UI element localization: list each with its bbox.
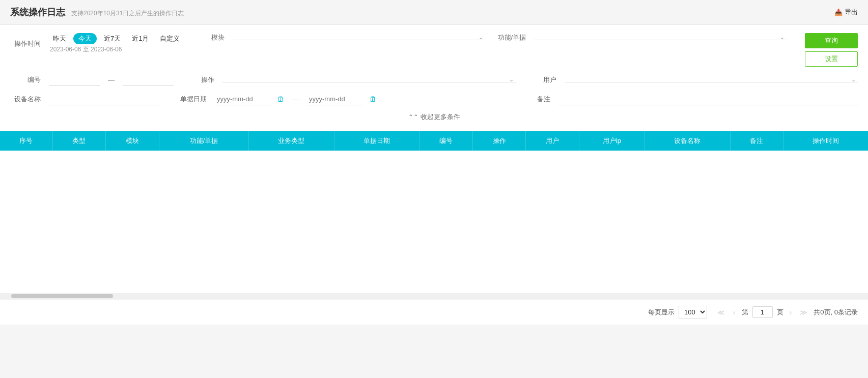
empty-area [0, 151, 868, 293]
voucher-date-label: 单据日期 [171, 95, 207, 104]
page-header: 系统操作日志 支持2020年10月31日之后产生的操作日志 📥 导出 [0, 0, 868, 25]
collapse-bar[interactable]: ⌃⌃ 收起更多条件 [10, 109, 858, 127]
user-filter: 用户 ⌄ [526, 75, 858, 84]
date-from-input[interactable] [215, 93, 271, 105]
page-size-select[interactable]: 100 50 200 500 [679, 306, 707, 318]
export-label: 导出 [845, 8, 858, 17]
table-header: 序号 类型 模块 功能/单据 业务类型 单据日期 编号 操作 用户 用户ip 设… [0, 131, 868, 151]
action-buttons: 查询 设置 [805, 33, 858, 67]
remark-label: 备注 [520, 95, 550, 104]
next-page-button[interactable]: › [788, 308, 794, 317]
time-range-text: 2023-06-06 至 2023-06-06 [49, 45, 184, 54]
func-dropdown[interactable]: ⌄ [534, 36, 787, 40]
voucher-date-filter: 单据日期 🗓 — 🗓 [171, 93, 510, 105]
col-seq: 序号 [0, 131, 52, 151]
device-input[interactable] [49, 93, 161, 105]
prev-page-button[interactable]: ‹ [731, 308, 738, 317]
op-filter: 操作 ⌄ [184, 75, 516, 84]
table-header-row: 序号 类型 模块 功能/单据 业务类型 单据日期 编号 操作 用户 用户ip 设… [0, 131, 868, 151]
export-button[interactable]: 📥 导出 [834, 8, 858, 17]
func-label: 功能/单据 [495, 33, 526, 42]
page-title: 系统操作日志 [10, 6, 65, 18]
page-end-label: 页 [777, 308, 783, 317]
user-chevron-icon: ⌄ [851, 76, 856, 83]
header-left: 系统操作日志 支持2020年10月31日之后产生的操作日志 [10, 6, 184, 18]
id-input-from[interactable] [49, 74, 100, 86]
col-voucher-date: 单据日期 [334, 131, 419, 151]
user-dropdown[interactable]: ⌄ [565, 78, 858, 82]
date-separator: — [292, 96, 299, 103]
user-label: 用户 [526, 75, 556, 84]
op-chevron-icon: ⌄ [509, 76, 514, 83]
time-btn-yesterday[interactable]: 昨天 [49, 33, 70, 44]
date-to-input[interactable] [307, 93, 363, 105]
time-btn-today[interactable]: 今天 [73, 33, 97, 44]
page-number-input[interactable] [752, 306, 773, 318]
settings-button[interactable]: 设置 [805, 51, 858, 67]
col-type: 类型 [52, 131, 105, 151]
device-label: 设备名称 [10, 95, 41, 104]
filter-area: 操作时间 昨天 今天 近7天 近1月 自定义 2023-06-06 至 2023… [0, 25, 868, 131]
device-filter: 设备名称 [10, 93, 161, 105]
page-size-label: 每页显示 [648, 308, 675, 317]
time-filter-group: 操作时间 昨天 今天 近7天 近1月 自定义 2023-06-06 至 2023… [10, 33, 184, 54]
scroll-thumb[interactable] [11, 294, 113, 298]
col-op-time: 操作时间 [783, 131, 868, 151]
col-remark: 备注 [730, 131, 783, 151]
pagination-bar: 每页显示 100 50 200 500 ≪ ‹ 第 页 › ≫ 共0页, 0条记… [0, 299, 868, 325]
time-btn-7days[interactable]: 近7天 [100, 33, 125, 44]
page-summary: 共0页, 0条记录 [814, 308, 858, 317]
col-op: 操作 [472, 131, 525, 151]
time-btn-1month[interactable]: 近1月 [128, 33, 153, 44]
col-user: 用户 [526, 131, 579, 151]
page-label: 第 [742, 308, 748, 317]
remark-input[interactable] [558, 93, 858, 105]
id-input-to[interactable] [123, 74, 174, 86]
table-section: 序号 类型 模块 功能/单据 业务类型 单据日期 编号 操作 用户 用户ip 设… [0, 131, 868, 293]
func-filter: 功能/单据 ⌄ [495, 33, 787, 42]
op-label: 操作 [184, 75, 214, 84]
time-label: 操作时间 [10, 39, 41, 48]
calendar-from-icon[interactable]: 🗓 [277, 95, 284, 103]
col-biz-type: 业务类型 [249, 131, 334, 151]
col-module: 模块 [106, 131, 159, 151]
col-func: 功能/单据 [159, 131, 248, 151]
remark-filter: 备注 [520, 93, 858, 105]
col-id: 编号 [419, 131, 472, 151]
export-icon: 📥 [834, 9, 843, 16]
time-buttons-group: 昨天 今天 近7天 近1月 自定义 2023-06-06 至 2023-06-0… [49, 33, 184, 54]
last-page-button[interactable]: ≫ [798, 308, 809, 317]
module-dropdown[interactable]: ⌄ [233, 36, 485, 40]
query-button[interactable]: 查询 [805, 33, 858, 48]
collapse-icon: ⌃⌃ [408, 113, 418, 121]
module-label: 模块 [194, 33, 225, 42]
module-filter: 模块 ⌄ [194, 33, 485, 42]
horizontal-scrollbar[interactable] [0, 293, 868, 299]
op-dropdown[interactable]: ⌄ [222, 78, 516, 82]
first-page-button[interactable]: ≪ [715, 308, 727, 317]
data-table: 序号 类型 模块 功能/单据 业务类型 单据日期 编号 操作 用户 用户ip 设… [0, 131, 868, 151]
module-chevron-icon: ⌄ [479, 34, 483, 41]
id-separator: — [108, 76, 115, 84]
func-chevron-icon: ⌄ [780, 34, 785, 41]
id-label: 编号 [10, 75, 41, 84]
time-btn-custom[interactable]: 自定义 [156, 33, 184, 44]
page-subtitle: 支持2020年10月31日之后产生的操作日志 [71, 9, 184, 18]
id-filter: 编号 — [10, 74, 174, 86]
col-device: 设备名称 [645, 131, 730, 151]
time-buttons-row: 昨天 今天 近7天 近1月 自定义 [49, 33, 184, 44]
calendar-to-icon[interactable]: 🗓 [369, 95, 376, 103]
collapse-label: 收起更多条件 [421, 112, 460, 122]
col-user-ip: 用户ip [579, 131, 645, 151]
